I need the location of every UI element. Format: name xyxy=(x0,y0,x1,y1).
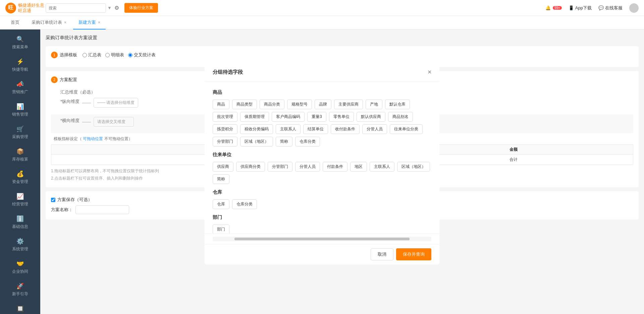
tag-product-23[interactable]: 区域（地区） xyxy=(240,137,273,146)
tag-product-13[interactable]: 默认供应商 xyxy=(357,112,385,122)
step2-text: 方案配置 xyxy=(60,77,77,83)
sidebar-item-operations[interactable]: 📈 经营管理 xyxy=(0,189,40,210)
purchase-icon: 🛒 xyxy=(16,125,24,133)
tag-partner-8[interactable]: 简称 xyxy=(213,174,229,184)
system-icon: ⚙️ xyxy=(16,238,24,245)
tag-warehouse-1[interactable]: 仓库分类 xyxy=(232,199,257,209)
scheme-name-input[interactable] xyxy=(75,205,129,214)
sidebar-label-inventory: 库存核算 xyxy=(12,156,28,162)
experience-btn[interactable]: 体验行业方案 xyxy=(124,3,158,13)
sidebar: 🔍 搜索菜单 ⚡ 快捷导航 📣 营销推广 📊 销售管理 🛒 采购管理 xyxy=(0,29,40,314)
sidebar-item-search[interactable]: 🔍 搜索菜单 xyxy=(0,32,40,53)
section-product: 商品 商品 商品类型 商品分类 规格型号 品牌 主要供应商 产地 默认仓库 批次… xyxy=(213,89,431,146)
sidebar-item-finance[interactable]: 💰 资金管理 xyxy=(0,167,40,188)
tag-product-11[interactable]: 重量3 xyxy=(307,112,326,122)
tag-product-7[interactable]: 默认仓库 xyxy=(385,100,410,109)
tag-partner-2[interactable]: 分管部门 xyxy=(268,162,292,172)
sidebar-item-inventory[interactable]: 📦 库存核算 xyxy=(0,144,40,166)
tag-department-0[interactable]: 部门 xyxy=(213,225,229,234)
tab-purchase-stats[interactable]: 采购订单统计表 × xyxy=(26,16,72,29)
modal-title: 分组待选字段 xyxy=(213,69,243,75)
sidebar-item-quick-nav[interactable]: ⚡ 快捷导航 xyxy=(0,55,40,76)
tag-product-5[interactable]: 主要供应商 xyxy=(334,100,363,109)
inventory-icon: 📦 xyxy=(16,148,24,155)
tag-product-12[interactable]: 零售单位 xyxy=(329,112,354,122)
tag-product-4[interactable]: 品牌 xyxy=(315,100,331,109)
tag-partner-1[interactable]: 供应商分类 xyxy=(236,162,265,172)
tab-home[interactable]: 首页 xyxy=(5,16,25,29)
tag-product-2[interactable]: 商品分类 xyxy=(260,100,284,109)
tag-product-15[interactable]: 拣货积分 xyxy=(213,124,237,134)
tag-partner-0[interactable]: 供应商 xyxy=(213,162,233,172)
tag-product-22[interactable]: 分管部门 xyxy=(213,137,237,146)
tag-product-25[interactable]: 仓库分类 xyxy=(295,137,320,146)
tab-new-scheme-label: 新建方案 xyxy=(78,19,96,25)
search-input[interactable] xyxy=(46,3,106,13)
sidebar-item-cooperation[interactable]: 🤝 企业协同 xyxy=(0,257,40,278)
section-warehouse-title: 仓库 xyxy=(213,189,431,195)
col-dimension-select[interactable]: 请选择交叉维度 xyxy=(94,117,134,127)
tag-partner-4[interactable]: 付款条件 xyxy=(323,162,347,172)
avatar[interactable] xyxy=(629,3,639,13)
tag-partner-5[interactable]: 地区 xyxy=(350,162,367,172)
sidebar-label-purchase: 采购管理 xyxy=(12,134,28,140)
tag-product-8[interactable]: 批次管理 xyxy=(213,112,237,122)
tag-product-20[interactable]: 分管人员 xyxy=(362,124,387,134)
tab-new-scheme[interactable]: 新建方案 × xyxy=(73,16,106,29)
online-service-item[interactable]: 💬 在线客服 xyxy=(598,5,623,11)
app-download-item[interactable]: 📱 App下载 xyxy=(569,5,592,11)
tab-new-scheme-close[interactable]: × xyxy=(98,20,100,25)
template-option-1[interactable]: 明细表 xyxy=(105,52,124,58)
sidebar-item-apps[interactable]: 🔲 应用中心 xyxy=(0,302,40,314)
tag-product-16[interactable]: 税收分类编码 xyxy=(240,124,273,134)
gear-icon[interactable]: ⚙ xyxy=(114,5,119,11)
sidebar-label-marketing: 营销推广 xyxy=(12,89,28,95)
template-option-0[interactable]: 汇总表 xyxy=(83,52,101,58)
tag-product-6[interactable]: 产地 xyxy=(366,100,382,109)
sidebar-item-guide[interactable]: 🚀 新手引导 xyxy=(0,279,40,300)
tag-product-14[interactable]: 商品别名 xyxy=(388,112,413,122)
confirm-button[interactable]: 保存并查询 xyxy=(396,248,431,260)
quick-nav-icon: ⚡ xyxy=(16,58,24,65)
tag-product-0[interactable]: 商品 xyxy=(213,100,229,109)
tag-partner-3[interactable]: 分管人员 xyxy=(295,162,320,172)
sidebar-item-purchase[interactable]: 🛒 采购管理 xyxy=(0,122,40,143)
tag-warehouse-0[interactable]: 仓库 xyxy=(213,199,229,209)
notification-icon: 🔔 xyxy=(545,5,551,10)
tag-product-21[interactable]: 往来单位分类 xyxy=(390,124,423,134)
tab-home-label: 首页 xyxy=(11,19,19,25)
notification-item[interactable]: 🔔 99+ xyxy=(545,5,562,10)
tag-product-17[interactable]: 主联系人 xyxy=(276,124,301,134)
horizontal-scrollbar[interactable] xyxy=(213,237,431,241)
cancel-button[interactable]: 取消 xyxy=(371,248,393,260)
tag-product-9[interactable]: 保质期管理 xyxy=(240,112,269,122)
draggable-label: 可拖动位置 xyxy=(83,136,103,141)
col-arrow: —— xyxy=(82,119,91,124)
tag-product-18[interactable]: 结算单位 xyxy=(303,124,328,134)
tab-purchase-close[interactable]: × xyxy=(64,20,66,25)
logo-icon: 旺 xyxy=(5,3,16,13)
tag-product-1[interactable]: 商品类型 xyxy=(232,100,257,109)
tag-product-10[interactable]: 客户商品编码 xyxy=(272,112,305,122)
template-indicator-label: 模板指标设定（ xyxy=(54,136,82,141)
hscroll-thumb[interactable] xyxy=(234,238,410,240)
mobile-icon: 📱 xyxy=(569,5,574,10)
sidebar-label-guide: 新手引导 xyxy=(12,291,28,297)
save-checkbox[interactable] xyxy=(51,198,55,202)
row-dimension-select[interactable]: —— 请选择分组维度 xyxy=(94,98,138,108)
search-dropdown-icon[interactable]: ▼ xyxy=(107,5,112,10)
template-option-2[interactable]: 交叉统计表 xyxy=(128,52,156,58)
tag-product-3[interactable]: 规格型号 xyxy=(287,100,312,109)
modal-close-btn[interactable]: × xyxy=(428,69,431,76)
sidebar-item-basic[interactable]: ℹ️ 基础信息 xyxy=(0,212,40,233)
tag-partner-7[interactable]: 区域（地区） xyxy=(397,162,430,172)
sidebar-item-sales[interactable]: 📊 销售管理 xyxy=(0,100,40,121)
section-partner-title: 往来单位 xyxy=(213,152,431,158)
tag-partner-6[interactable]: 主联系人 xyxy=(370,162,394,172)
tag-product-19[interactable]: 收付款条件 xyxy=(331,124,360,134)
logo: 旺 畅捷通好生意 旺店通 xyxy=(5,3,46,13)
sidebar-item-system[interactable]: ⚙️ 系统管理 xyxy=(0,234,40,255)
tag-product-24[interactable]: 简称 xyxy=(276,137,292,146)
sidebar-item-marketing[interactable]: 📣 营销推广 xyxy=(0,77,40,98)
page-title: 采购订单统计表方案设置 xyxy=(46,35,639,41)
